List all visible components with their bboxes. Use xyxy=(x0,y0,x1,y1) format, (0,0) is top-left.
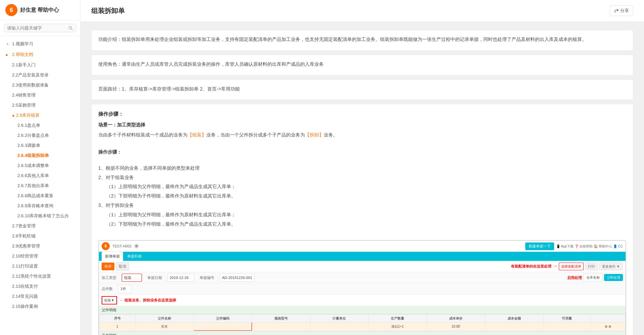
scenario1-title: 场景一：加工类型选择 xyxy=(98,121,626,129)
mock-code-input: AD-20191226-001 xyxy=(220,274,255,282)
ann-type-text: ← 组装业务、拆卸业务在这里选择 xyxy=(120,297,176,303)
path-text: 页面路径：1、库存核算->库存管理->组装拆卸单 2、首页->常用功能 xyxy=(98,85,626,93)
ann-assembly-text: 有装配清单的在这里处理 xyxy=(511,263,551,270)
ann-enable-text: 启用处理 xyxy=(567,275,582,281)
page-header: 组装拆卸单 分享 xyxy=(80,0,644,22)
plus-icon: ＋ xyxy=(5,42,10,46)
logo-area: 6 好生意 帮助中心 xyxy=(0,0,80,20)
mock-print-btn: 打印 xyxy=(585,263,598,270)
sidebar-item-2-6-8[interactable]: 2.6.8商品成本重算 xyxy=(0,191,80,201)
col-action xyxy=(590,314,625,322)
share-icon xyxy=(614,8,619,13)
col-spec: 规格型号 xyxy=(252,314,310,322)
mock-enable-area: 启用处理 仓库名称 立即处理 xyxy=(567,274,623,281)
col-code: 父件编码 xyxy=(194,314,252,322)
step-2: 2、对于组装业务 xyxy=(98,174,626,182)
mock-company: TEST-H002 xyxy=(112,243,131,249)
logo-icon: 6 xyxy=(5,4,17,16)
mock-top-btns: 新建单据一下 📱 App下载 ❓ 在线帮助 🏠 帮助中心 👤 CC xyxy=(525,242,623,250)
search-icon xyxy=(68,26,73,31)
role-card: 使用角色：通常由生产人员或库管人员完成拆装业务的操作，库管人员确认原材料的出库和… xyxy=(91,55,633,75)
step-1: 1、根据不同的业务，选择不同单据的类型来处理 xyxy=(98,164,626,172)
sidebar-item-2-15[interactable]: 2.15操作案例 xyxy=(0,301,80,312)
mock-cancel-btn: 取消 xyxy=(116,262,129,271)
mock-tab-list: 单据列表 xyxy=(124,252,145,261)
mock-parent-header: 父件明细 xyxy=(99,306,626,314)
sidebar-item-2-1[interactable]: 2.1新手入门 xyxy=(0,60,80,70)
minus-sub-icon: ● xyxy=(12,113,15,118)
col-avail: 可用量 xyxy=(543,314,590,322)
sidebar-item-2-3[interactable]: 2.3使用前数据准备 xyxy=(0,80,80,90)
mock-confirm-btn: 立即处理 xyxy=(604,274,623,281)
sidebar-item-2-9[interactable]: 2.9优惠券管理 xyxy=(0,241,80,251)
sidebar-item-2-6-10[interactable]: 2.6.10库存账本错了怎么办 xyxy=(0,211,80,221)
ops-title: 操作步骤： xyxy=(98,110,626,118)
steps-list: 1、根据不同的业务，选择不同单据的类型来处理 2、对于组装业务 （1）上部明细为… xyxy=(98,164,626,228)
step-3: 3、对于拆卸业务 xyxy=(98,202,626,210)
search-input[interactable] xyxy=(7,25,68,31)
search-box[interactable] xyxy=(4,24,76,32)
search-area xyxy=(0,20,80,36)
col-name: 父件名称 xyxy=(136,314,194,322)
ops-card: 操作步骤： 场景一：加工类型选择 当由多个子件材料组装成一个成品的业务为【组装】… xyxy=(91,104,633,335)
screenshot-container: 6 TEST-H002 ⚙ 新建单据一下 📱 App下载 ❓ 在线帮助 🏠 帮助… xyxy=(98,240,626,335)
sidebar-item-2-4[interactable]: 2.4销售管理 xyxy=(0,90,80,100)
main-area: 组装拆卸单 分享 功能介绍：组装拆卸单用来处理企业组装或拆卸等加工业务，支持有固… xyxy=(80,0,644,335)
sidebar-item-2-12[interactable]: 2.12系统个性化设置 xyxy=(0,271,80,281)
sidebar-item-2-6-9[interactable]: 2.6.9库存账本查询 xyxy=(0,201,80,211)
sidebar: 6 好生意 帮助中心 ＋ 1.视频学习 ● 2.帮助文档 2.1新手入门 2.2… xyxy=(0,0,80,335)
mock-top-icons: 📱 App下载 ❓ 在线帮助 🏠 帮助中心 👤 CC xyxy=(556,243,623,249)
sidebar-item-2-13[interactable]: 2.13在线支付 xyxy=(0,281,80,291)
col-seq: 序号 xyxy=(99,314,136,322)
nav-tree: ＋ 1.视频学习 ● 2.帮助文档 2.1新手入门 2.2产品安装及登录 2.3… xyxy=(0,36,80,335)
mock-child-header: 子件明细 xyxy=(99,331,626,335)
step-3-2: （2）下部明细为子件明细，最终作为产成品生成其它入库单。 xyxy=(106,220,626,228)
sidebar-item-2-8[interactable]: 2.8手机旺铺 xyxy=(0,231,80,241)
sidebar-item-2-6-5[interactable]: 2.6.5成本调整单 xyxy=(0,161,80,171)
sidebar-item-2-2[interactable]: 2.2产品安装及登录 xyxy=(0,70,80,80)
sidebar-item-2-6-1[interactable]: 2.6.1盘点单 xyxy=(0,120,80,130)
mock-parent-table: 序号 父件名称 父件编码 规格型号 计量单位 生产数量 成本单价 成本金额 可用… xyxy=(99,314,626,331)
intro-card: 功能介绍：组装拆卸单用来处理企业组装或拆卸等加工业务，支持有固定装配清单的产品加… xyxy=(91,30,633,51)
svg-line-1 xyxy=(71,29,73,30)
mock-new-btn: 新建单据一下 xyxy=(525,242,554,250)
sidebar-item-2-label: 2.帮助文档 xyxy=(12,52,33,58)
step-2-2: （2）下部明细为子件明细，最终作为原材料生成其它出库单。 xyxy=(106,192,626,200)
mock-qty-row: 总件数 1件 xyxy=(99,283,626,295)
mock-form-row: 加工类型 组装 单据日期 2019-12-26 单据编号 AD-20191226… xyxy=(99,272,626,284)
sidebar-item-2[interactable]: ● 2.帮助文档 xyxy=(0,49,80,60)
sidebar-item-2-6-2[interactable]: 2.6.2分量盘点单 xyxy=(0,130,80,141)
role-text: 使用角色：通常由生产人员或库管人员完成拆装业务的操作，库管人员确认原材料的出库和… xyxy=(98,60,626,68)
mock-type-label: 加工类型 xyxy=(102,275,116,281)
intro-text: 功能介绍：组装拆卸单用来处理企业组装或拆卸等加工业务，支持有固定装配清单的产品加… xyxy=(98,36,626,44)
sidebar-item-2-6-3[interactable]: 2.6.3调拨单 xyxy=(0,141,80,151)
sidebar-item-2-11[interactable]: 2.11打印设置 xyxy=(0,261,80,271)
arrow-right: → xyxy=(553,262,557,270)
sidebar-item-2-6-7[interactable]: 2.6.7其他出库单 xyxy=(0,181,80,191)
mock-date-input: 2019-12-26 xyxy=(167,274,194,282)
sidebar-item-2-7[interactable]: 2.7资金管理 xyxy=(0,221,80,231)
col-qty: 生产数量 xyxy=(368,314,427,322)
mock-app: 6 TEST-H002 ⚙ 新建单据一下 📱 App下载 ❓ 在线帮助 🏠 帮助… xyxy=(99,240,626,335)
sidebar-item-2-10[interactable]: 2.10经营管理 xyxy=(0,251,80,261)
sidebar-item-2-6-6[interactable]: 2.6.6其他入库单 xyxy=(0,171,80,181)
sidebar-item-2-6[interactable]: ● 2.6库存核算 xyxy=(0,110,80,120)
mock-date-label: 单据日期 xyxy=(147,275,162,281)
sidebar-item-1[interactable]: ＋ 1.视频学习 xyxy=(0,39,80,49)
content-area: 功能介绍：组装拆卸单用来处理企业组装或拆卸等加工业务，支持有固定装配清单的产品加… xyxy=(80,22,644,335)
mock-settings-icon: ⚙ xyxy=(134,244,139,248)
mock-titlebar: 6 TEST-H002 ⚙ 新建单据一下 📱 App下载 ❓ 在线帮助 🏠 帮助… xyxy=(99,241,626,252)
mock-logo: 6 xyxy=(102,242,110,250)
minus-icon: ● xyxy=(5,52,10,57)
annotation-assembly: 有装配清单的在这里处理 → 选择装配清单 xyxy=(511,262,584,270)
page-title: 组装拆卸单 xyxy=(91,6,125,15)
mock-toolbar-row: 保存 取消 有装配清单的在这里处理 → 选择装配清单 打印 更多操作 ▼ xyxy=(99,261,626,272)
sidebar-item-2-6-4[interactable]: 2.6.4组装拆卸单 xyxy=(0,151,80,161)
mock-warehouse-input: 仓库名称 xyxy=(583,274,603,281)
sidebar-item-2-14[interactable]: 2.14常见问题 xyxy=(0,291,80,301)
share-button[interactable]: 分享 xyxy=(610,5,633,16)
step-2-1: （1）上部明细为父件明细，最终作为产成品生成其它入库单； xyxy=(106,183,626,191)
sidebar-item-2-5[interactable]: 2.5采购管理 xyxy=(0,100,80,110)
mock-type-select: 组装 xyxy=(122,274,142,282)
logo-title: 好生意 帮助中心 xyxy=(20,7,59,14)
